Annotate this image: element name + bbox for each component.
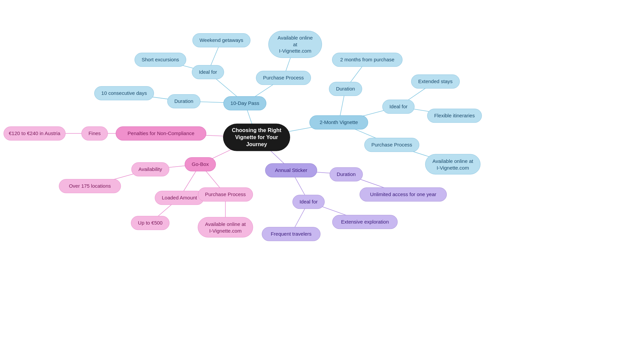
- availability-node: Availability: [131, 162, 169, 176]
- extensive-exploration-node: Extensive exploration: [332, 215, 398, 229]
- up-to-500-node: Up to €500: [131, 216, 169, 230]
- loaded-amount-node: Loaded Amount: [155, 191, 204, 205]
- penalties-node: Penalties for Non-Compliance: [116, 126, 206, 140]
- ten-day-purchase-node: Purchase Process: [256, 71, 311, 85]
- mindmap-container: Choosing the Right Vignette for Your Jou…: [0, 0, 644, 363]
- over-175-node: Over 175 locations: [59, 179, 121, 193]
- go-box-node: Go-Box: [185, 157, 216, 171]
- unlimited-access-node: Unlimited access for one year: [360, 187, 447, 201]
- euro-fine-node: €120 to €240 in Austria: [4, 126, 66, 140]
- annual-ideal-for-node: Ideal for: [292, 195, 325, 209]
- short-excursions-node: Short excursions: [135, 53, 186, 67]
- available-online-3-node: Available online at I-Vignette.com: [198, 217, 253, 238]
- two-month-ideal-for-node: Ideal for: [382, 100, 415, 114]
- go-box-purchase-node: Purchase Process: [198, 187, 253, 201]
- frequent-travelers-node: Frequent travelers: [262, 227, 321, 241]
- available-online-1-node: Available online at I-Vignette.com: [268, 31, 322, 58]
- two-months-from-purchase-node: 2 months from purchase: [332, 53, 402, 67]
- ten-day-pass-node: 10-Day Pass: [223, 96, 266, 110]
- ten-day-ideal-for-node: Ideal for: [192, 65, 224, 79]
- ten-day-duration-node: Duration: [167, 94, 201, 108]
- center-node: Choosing the Right Vignette for Your Jou…: [223, 124, 290, 151]
- two-month-purchase-node: Purchase Process: [364, 138, 419, 152]
- extended-stays-node: Extended stays: [411, 74, 460, 88]
- weekend-getaways-node: Weekend getaways: [193, 33, 251, 47]
- annual-duration-node: Duration: [330, 167, 363, 181]
- fines-node: Fines: [82, 126, 108, 140]
- two-month-vignette-node: 2-Month Vignette: [310, 115, 368, 129]
- annual-sticker-node: Annual Sticker: [265, 163, 317, 177]
- available-online-2-node: Available online at I-Vignette.com: [425, 154, 481, 175]
- flexible-itineraries-node: Flexible itineraries: [427, 109, 482, 123]
- two-month-duration-node: Duration: [329, 82, 362, 96]
- ten-consecutive-days-node: 10 consecutive days: [94, 86, 154, 100]
